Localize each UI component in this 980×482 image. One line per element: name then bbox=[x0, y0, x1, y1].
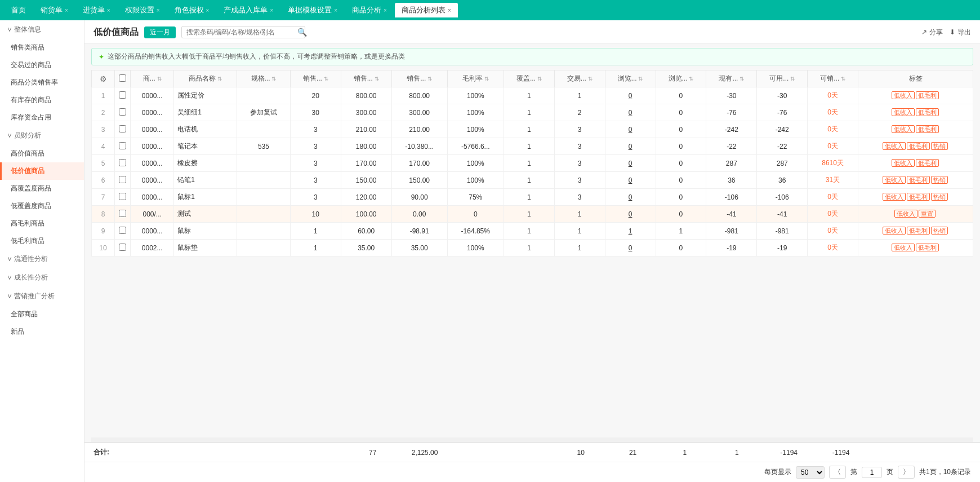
sidebar-item-stock-products[interactable]: 有库存的商品 bbox=[0, 91, 84, 109]
close-icon[interactable]: × bbox=[270, 7, 273, 14]
table-row: 7 0000... 鼠标1 3 120.00 90.00 75% 1 3 0 0… bbox=[92, 189, 973, 206]
row-checkbox-cell[interactable] bbox=[115, 240, 131, 257]
nav-permission[interactable]: 权限设置 × bbox=[118, 3, 167, 17]
horizontal-scrollbar[interactable] bbox=[91, 437, 973, 442]
col-view2[interactable]: 浏览... bbox=[656, 70, 706, 87]
row-checkbox[interactable] bbox=[119, 193, 126, 200]
row-checkbox-cell[interactable] bbox=[115, 189, 131, 206]
col-view1[interactable]: 浏览... bbox=[605, 70, 656, 87]
row-checkbox[interactable] bbox=[119, 176, 126, 183]
row-view1[interactable]: 0 bbox=[605, 206, 656, 223]
search-icon[interactable]: 🔍 bbox=[297, 28, 307, 37]
col-sell[interactable]: 可销... bbox=[808, 70, 858, 87]
row-name: 橡皮擦 bbox=[174, 155, 237, 172]
close-icon[interactable]: × bbox=[107, 7, 110, 14]
row-checkbox-cell[interactable] bbox=[115, 138, 131, 155]
next-page-button[interactable]: 〉 bbox=[898, 466, 915, 479]
close-icon[interactable]: × bbox=[334, 7, 337, 14]
page-size-select[interactable]: 50 100 200 bbox=[796, 466, 825, 479]
row-view1[interactable]: 0 bbox=[605, 104, 656, 121]
close-icon[interactable]: × bbox=[448, 7, 451, 14]
share-button[interactable]: ↗ 分享 bbox=[921, 28, 943, 37]
col-checkbox[interactable] bbox=[115, 70, 131, 87]
col-spec[interactable]: 规格... bbox=[237, 70, 290, 87]
row-checkbox-cell[interactable] bbox=[115, 206, 131, 223]
page-input[interactable] bbox=[862, 467, 882, 478]
nav-product-analysis-list[interactable]: 商品分析列表 × bbox=[395, 3, 458, 17]
col-avail[interactable]: 可用... bbox=[757, 70, 808, 87]
row-view1[interactable]: 1 bbox=[605, 223, 656, 240]
row-checkbox-cell[interactable] bbox=[115, 121, 131, 138]
row-checkbox-cell[interactable] bbox=[115, 87, 131, 104]
select-all-checkbox[interactable] bbox=[119, 74, 126, 82]
row-checkbox-cell[interactable] bbox=[115, 172, 131, 189]
col-price[interactable]: 销售... bbox=[341, 70, 391, 87]
row-view1[interactable]: 0 bbox=[605, 240, 656, 257]
row-checkbox-cell[interactable] bbox=[115, 223, 131, 240]
sidebar-item-new-products[interactable]: 新品 bbox=[0, 323, 84, 341]
export-button[interactable]: ⬇ 导出 bbox=[950, 28, 971, 37]
row-view1[interactable]: 0 bbox=[605, 138, 656, 155]
col-cover[interactable]: 覆盖... bbox=[504, 70, 554, 87]
sidebar-item-high-margin[interactable]: 高毛利商品 bbox=[0, 215, 84, 232]
row-view2: 1 bbox=[656, 223, 706, 240]
close-icon[interactable]: × bbox=[384, 7, 387, 14]
prev-page-button[interactable]: 〈 bbox=[829, 466, 846, 479]
row-checkbox[interactable] bbox=[119, 142, 126, 149]
row-checkbox[interactable] bbox=[119, 159, 126, 166]
row-view1[interactable]: 0 bbox=[605, 172, 656, 189]
sidebar-item-low-coverage[interactable]: 低覆盖度商品 bbox=[0, 197, 84, 215]
row-checkbox[interactable] bbox=[119, 108, 126, 116]
sidebar-group-marketing[interactable]: ∨ 营销推广分析 bbox=[0, 287, 84, 306]
nav-purchase-order[interactable]: 进货单 × bbox=[76, 3, 117, 17]
row-avail: -106 bbox=[757, 189, 808, 206]
row-view1[interactable]: 0 bbox=[605, 189, 656, 206]
time-filter-button[interactable]: 近一月 bbox=[144, 26, 176, 38]
sidebar-item-low-margin[interactable]: 低毛利商品 bbox=[0, 232, 84, 250]
sidebar-item-inventory-fund[interactable]: 库存资金占用 bbox=[0, 109, 84, 126]
row-margin: 100% bbox=[447, 172, 504, 189]
col-sale2[interactable]: 销售... bbox=[391, 70, 447, 87]
col-trade[interactable]: 交易... bbox=[554, 70, 605, 87]
row-checkbox[interactable] bbox=[119, 91, 126, 99]
nav-product-storage[interactable]: 产成品入库单 × bbox=[217, 3, 280, 17]
nav-role-auth[interactable]: 角色授权 × bbox=[168, 3, 216, 17]
row-sell: 8610天 bbox=[808, 155, 858, 172]
search-input[interactable] bbox=[181, 26, 305, 38]
sidebar-group-overall[interactable]: ∨ 整体信息 bbox=[0, 20, 84, 39]
sidebar-item-high-coverage[interactable]: 高覆盖度商品 bbox=[0, 180, 84, 197]
row-checkbox-cell[interactable] bbox=[115, 104, 131, 121]
col-stock1[interactable]: 现有... bbox=[706, 70, 757, 87]
nav-home[interactable]: 首页 bbox=[5, 3, 33, 17]
row-checkbox[interactable] bbox=[119, 244, 126, 251]
col-qty[interactable]: 销售... bbox=[290, 70, 341, 87]
col-margin[interactable]: 毛利率 bbox=[447, 70, 504, 87]
sidebar-item-sales-products[interactable]: 销售类商品 bbox=[0, 39, 84, 56]
sidebar-item-traded-products[interactable]: 交易过的商品 bbox=[0, 56, 84, 74]
sidebar-group-liquidity[interactable]: ∨ 流通性分析 bbox=[0, 250, 84, 268]
sidebar-item-high-value[interactable]: 高价值商品 bbox=[0, 145, 84, 162]
table-row: 3 0000... 电话机 3 210.00 210.00 100% 1 3 0… bbox=[92, 121, 973, 138]
settings-icon[interactable]: ⚙ bbox=[100, 74, 107, 83]
col-name[interactable]: 商品名称 bbox=[174, 70, 237, 87]
col-code[interactable]: 商... bbox=[131, 70, 174, 87]
nav-sales-order[interactable]: 销货单 × bbox=[34, 3, 75, 17]
row-checkbox[interactable] bbox=[119, 125, 126, 132]
col-settings[interactable]: ⚙ bbox=[92, 70, 115, 87]
row-view1[interactable]: 0 bbox=[605, 87, 656, 104]
sidebar-group-growth[interactable]: ∨ 成长性分析 bbox=[0, 268, 84, 287]
sidebar-item-low-value[interactable]: 低价值商品 bbox=[0, 162, 84, 180]
close-icon[interactable]: × bbox=[65, 7, 68, 14]
row-checkbox-cell[interactable] bbox=[115, 155, 131, 172]
row-checkbox[interactable] bbox=[119, 210, 126, 217]
sidebar-item-category-sales[interactable]: 商品分类销售率 bbox=[0, 74, 84, 91]
close-icon[interactable]: × bbox=[157, 7, 160, 14]
nav-template-settings[interactable]: 单据模板设置 × bbox=[281, 3, 344, 17]
nav-product-analysis[interactable]: 商品分析 × bbox=[345, 3, 394, 17]
sidebar-group-finance[interactable]: ∨ 员财分析 bbox=[0, 126, 84, 145]
row-checkbox[interactable] bbox=[119, 227, 126, 234]
close-icon[interactable]: × bbox=[206, 7, 210, 14]
sidebar-item-all-products[interactable]: 全部商品 bbox=[0, 306, 84, 323]
row-view1[interactable]: 0 bbox=[605, 155, 656, 172]
row-view1[interactable]: 0 bbox=[605, 121, 656, 138]
